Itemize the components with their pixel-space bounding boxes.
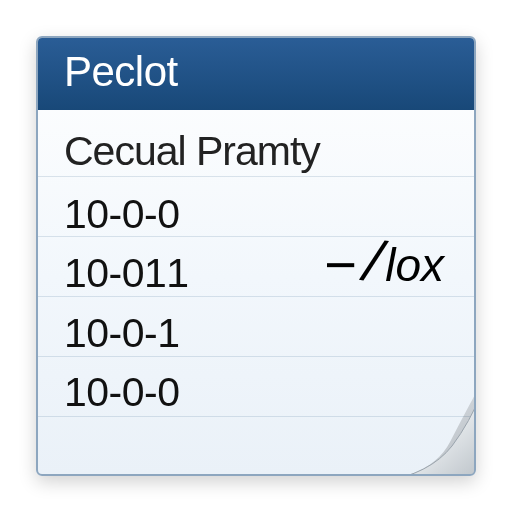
- annotation-text: lox: [385, 238, 444, 292]
- annotation: − / lox: [324, 238, 444, 292]
- app-title: Peclot: [64, 48, 178, 96]
- list-item: 10-0-1: [64, 308, 448, 359]
- annotation-slash: /: [361, 242, 386, 279]
- rule-line: [38, 416, 474, 417]
- notepad-card: Peclot Cecual Pramty 10-0-0 10-011 10-0-…: [36, 36, 476, 476]
- content-heading: Cecual Pramty: [64, 128, 448, 175]
- annotation-dash: −: [324, 248, 361, 282]
- rule-line: [38, 356, 474, 357]
- rows-list: 10-0-0 10-011 10-0-1 10-0-0: [64, 189, 448, 418]
- list-item: 10-0-0: [64, 367, 448, 418]
- titlebar: Peclot: [38, 38, 474, 110]
- rule-line: [38, 236, 474, 237]
- rule-line: [38, 296, 474, 297]
- rule-line: [38, 176, 474, 177]
- list-item: 10-0-0: [64, 189, 448, 240]
